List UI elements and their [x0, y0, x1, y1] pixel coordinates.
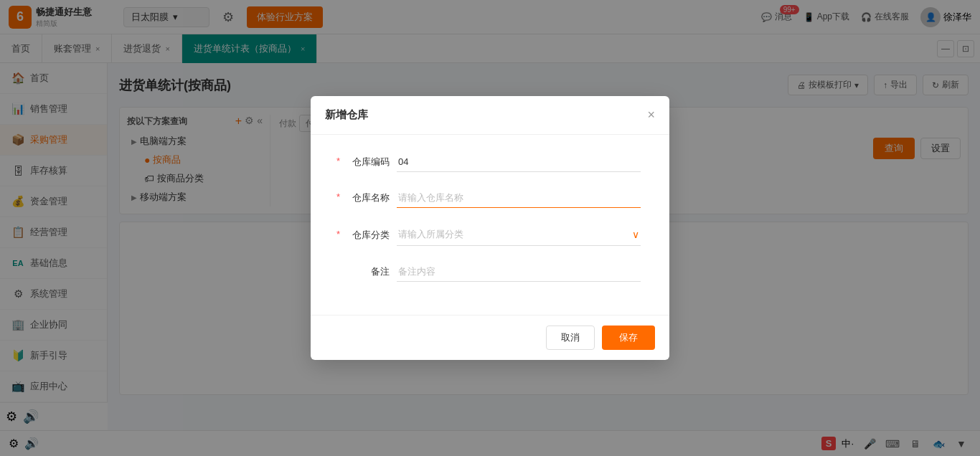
warehouse-name-input[interactable]	[397, 188, 641, 208]
modal-footer: 取消 保存	[311, 315, 669, 360]
modal-header: 新增仓库 ×	[311, 96, 669, 135]
modal-title: 新增仓库	[325, 108, 368, 122]
category-placeholder: 请输入所属分类	[398, 228, 463, 241]
modal-overlay[interactable]: 新增仓库 × 仓库编码 仓库名称 仓库分类 请输入所属分类 ∨	[0, 0, 980, 456]
form-row-note: 备注	[339, 262, 641, 282]
new-warehouse-modal: 新增仓库 × 仓库编码 仓库名称 仓库分类 请输入所属分类 ∨	[311, 96, 669, 360]
warehouse-note-input[interactable]	[397, 262, 641, 282]
form-row-name: 仓库名称	[339, 188, 641, 208]
save-button[interactable]: 保存	[602, 326, 655, 350]
modal-close-button[interactable]: ×	[647, 108, 655, 123]
form-label-code: 仓库编码	[339, 156, 397, 168]
cancel-button[interactable]: 取消	[546, 326, 595, 350]
category-arrow-icon: ∨	[632, 229, 639, 240]
form-label-name: 仓库名称	[339, 191, 397, 204]
close-icon: ×	[647, 108, 655, 122]
modal-body: 仓库编码 仓库名称 仓库分类 请输入所属分类 ∨ 备注	[311, 135, 669, 315]
form-label-note: 备注	[339, 265, 397, 278]
form-row-code: 仓库编码	[339, 152, 641, 172]
warehouse-code-input[interactable]	[397, 152, 641, 172]
warehouse-category-select[interactable]: 请输入所属分类 ∨	[397, 224, 641, 246]
form-row-category: 仓库分类 请输入所属分类 ∨	[339, 224, 641, 246]
form-label-category: 仓库分类	[339, 229, 397, 242]
